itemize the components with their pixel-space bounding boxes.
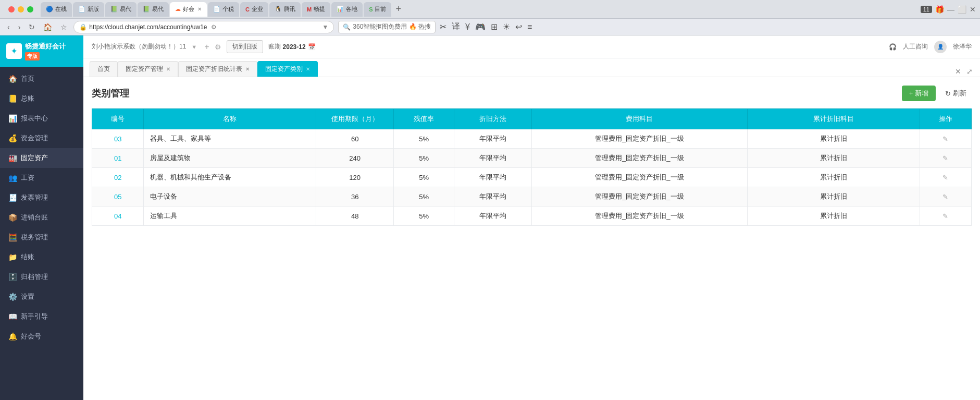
sidebar-item-inventory[interactable]: 📦 进销台账 [0,208,83,227]
sidebar-item-notification[interactable]: 🔔 好会号 [0,326,83,346]
tab-depreciation-stat[interactable]: 固定资产折旧统计表 ✕ [178,61,257,77]
cell-name-2: 机器、机械和其他生产设备 [144,168,316,187]
restore-btn[interactable]: ⬜ [958,5,966,14]
sidebar-item-finance[interactable]: 💰 资金管理 [0,128,83,148]
inventory-icon: 📦 [8,213,17,222]
add-icon[interactable]: + [204,42,209,52]
add-category-btn[interactable]: + 新增 [902,86,936,101]
period-label: 账期 2023-12 📅 [268,42,316,51]
undo-icon[interactable]: ↩ [515,22,522,32]
sidebar-item-guide[interactable]: 📖 新手引导 [0,307,83,326]
tab-close-icon[interactable]: ✕ [954,66,962,77]
th-op: 操作 [920,109,971,129]
sidebar-item-settings[interactable]: ⚙️ 设置 [0,287,83,307]
site-info-icon: ⚙ [211,23,217,31]
browser-tab-10[interactable]: S 目前 [364,2,391,17]
edit-btn-1[interactable]: ✎ [942,154,948,162]
sidebar-item-checkout[interactable]: 📁 结账 [0,247,83,267]
game-icon[interactable]: 🎮 [475,22,486,32]
browser-tab-5[interactable]: 📄 个税 [208,2,239,17]
top-bar: 刘小艳演示系数（勿删勿动！）11 ▼ + ⚙ 切到旧版 账期 2023-12 📅… [83,35,980,58]
sidebar-item-tax[interactable]: 🧮 税务管理 [0,227,83,247]
browser-tab-4[interactable]: ☁ 好会 ✕ [170,2,207,17]
notification-icon: 🔔 [8,332,17,341]
sidebar-item-reports[interactable]: 📊 报表中心 [0,108,83,128]
search-bar[interactable]: 🔍 360智能抠图免费用 🔥 热搜 [338,21,436,33]
browser-tab-6[interactable]: C 企业 [240,2,268,17]
table-row: 05 电子设备 36 5% 年限平均 管理费用_固定资产折旧_一级 累计折旧 ✎ [92,187,972,207]
cell-accum-3: 累计折旧 [747,187,920,207]
edit-btn-3[interactable]: ✎ [942,193,948,201]
new-tab-btn[interactable]: + [392,4,404,15]
browser-tab-2[interactable]: 📗 易代 [105,2,137,17]
search-icon: 🔍 [343,23,351,31]
sidebar-item-home[interactable]: 🏠 首页 [0,69,83,89]
cell-op-3: ✎ [920,187,971,207]
forward-btn[interactable]: › [16,22,23,32]
tab-home[interactable]: 首页 [90,61,118,77]
cell-expense-3: 管理费用_固定资产折旧_一级 [531,187,747,207]
minimize-window-btn[interactable] [18,6,24,13]
sun-icon[interactable]: ☀ [503,22,510,32]
browser-tab-9[interactable]: 📊 各地 [331,2,363,17]
home-btn[interactable]: 🏠 [41,22,54,32]
tab-fixed-asset-category-close[interactable]: ✕ [306,66,310,72]
sidebar-item-settings-label: 设置 [21,292,34,301]
grid-icon[interactable]: ⊞ [491,22,498,32]
code-link-1[interactable]: 01 [114,154,121,162]
scissors-icon[interactable]: ✂ [440,22,446,32]
code-link-0[interactable]: 03 [114,135,121,143]
browser-tab-8[interactable]: M 畅提 [302,2,330,17]
edit-btn-4[interactable]: ✎ [942,212,948,220]
close-window-btn[interactable] [8,6,15,13]
tab-expand-icon[interactable]: ⤢ [965,66,974,77]
code-link-3[interactable]: 05 [114,193,121,201]
refresh-icon: ↻ [945,90,951,98]
tab-fixed-asset-category[interactable]: 固定资产类别 ✕ [257,61,318,77]
browser-tab-7[interactable]: 🐧 腾讯 [269,2,301,17]
tab-fixed-asset-mgmt-close[interactable]: ✕ [166,66,170,72]
maximize-window-btn[interactable] [27,6,33,13]
browser-tab-1[interactable]: 📄 新版 [73,2,104,17]
wallet-icon[interactable]: ¥ [465,22,470,32]
translate-icon[interactable]: 译 [452,21,460,32]
bookmark-btn[interactable]: ☆ [58,22,69,32]
cell-period-0: 60 [316,129,394,149]
cell-code-0: 03 [92,129,144,149]
cell-op-4: ✎ [920,207,971,226]
tab-fixed-asset-mgmt[interactable]: 固定资产管理 ✕ [118,61,178,77]
table-row: 01 房屋及建筑物 240 5% 年限平均 管理费用_固定资产折旧_一级 累计折… [92,149,972,168]
code-link-4[interactable]: 04 [114,212,121,220]
sidebar-item-invoice[interactable]: 🧾 发票管理 [0,188,83,208]
back-btn[interactable]: ‹ [5,22,12,32]
service-label[interactable]: 人工咨询 [903,42,928,51]
settings-icon-top[interactable]: ⚙ [215,43,221,51]
calendar-icon[interactable]: 📅 [308,43,316,51]
app-layout: ✦ 畅捷通好会计 专版 🏠 首页 📒 总账 📊 报表中心 💰 资金管理 [0,35,980,400]
browser-tab-4-close[interactable]: ✕ [197,6,202,12]
sidebar-item-ledger[interactable]: 📒 总账 [0,89,83,108]
refresh-btn[interactable]: ↻ 刷新 [940,86,972,101]
menu-icon[interactable]: ≡ [527,22,532,32]
code-link-2[interactable]: 02 [114,174,121,181]
edit-btn-0[interactable]: ✎ [942,135,948,143]
invoice-icon: 🧾 [8,193,17,202]
edit-btn-2[interactable]: ✎ [942,174,948,181]
minimize-btn[interactable]: — [947,5,954,14]
dropdown-icon[interactable]: ▼ [191,44,197,50]
cell-method-2: 年限平均 [454,168,532,187]
close-btn[interactable]: ✕ [970,5,976,14]
browser-tab-3[interactable]: 📗 易代 [138,2,169,17]
sidebar-item-archive[interactable]: 🗄️ 归档管理 [0,267,83,287]
finance-icon: 💰 [8,134,17,142]
reload-btn[interactable]: ↻ [27,22,37,32]
ledger-icon: 📒 [8,94,17,103]
switch-version-btn[interactable]: 切到旧版 [227,40,263,53]
sidebar-item-payroll[interactable]: 👥 工资 [0,168,83,188]
window-controls [4,6,38,13]
logo-text: 畅捷通好会计 [25,42,66,51]
tab-depreciation-stat-close[interactable]: ✕ [245,66,250,72]
url-bar[interactable]: 🔒 https://cloud.chanjet.com/accounting/u… [73,21,334,33]
browser-tab-0[interactable]: 🔵 在线 [41,2,72,17]
sidebar-item-fixed-assets[interactable]: 🏭 固定资产 [0,148,83,168]
